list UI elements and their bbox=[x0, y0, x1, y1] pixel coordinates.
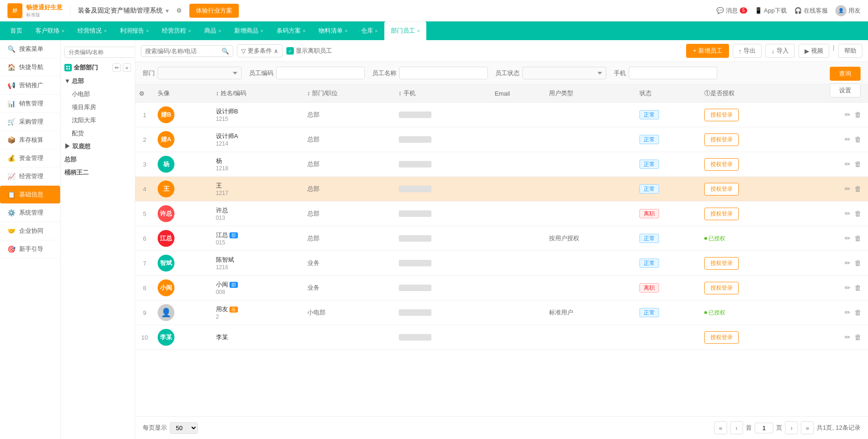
dept-node-总部[interactable]: 总部 bbox=[61, 153, 135, 166]
delete-icon[interactable]: 🗑 bbox=[854, 111, 861, 118]
dept-node-小电部[interactable]: 小电部 bbox=[61, 88, 135, 101]
nav-tab-部门员工[interactable]: 部门员工× bbox=[384, 21, 426, 40]
nav-tab-首页[interactable]: 首页 bbox=[4, 21, 29, 40]
dept-node-配货[interactable]: 配货 bbox=[61, 127, 135, 140]
search-icon[interactable]: 🔍 bbox=[222, 48, 229, 55]
auth-btn[interactable]: 授权登录 bbox=[704, 183, 739, 195]
sidebar-item-基础信息[interactable]: 📋基础信息 bbox=[0, 186, 60, 204]
filter-settings-btn[interactable]: 设置 bbox=[830, 84, 861, 98]
more-conditions-btn[interactable]: ▽ 更多条件 ∧ bbox=[237, 44, 283, 57]
sidebar-item-系统管理[interactable]: ⚙️系统管理 bbox=[0, 204, 60, 222]
settings-icon[interactable]: ⚙ bbox=[173, 4, 186, 17]
close-tab-icon[interactable]: × bbox=[375, 28, 378, 34]
nav-tab-新增商品[interactable]: 新增商品× bbox=[228, 21, 270, 40]
close-tab-icon[interactable]: × bbox=[146, 28, 149, 34]
delete-icon[interactable]: 🗑 bbox=[854, 308, 861, 316]
delete-icon[interactable]: 🗑 bbox=[854, 259, 861, 267]
delete-icon[interactable]: 🗑 bbox=[854, 234, 861, 242]
message-btn[interactable]: 💬 消息 5 bbox=[716, 7, 747, 15]
edit-icon[interactable]: ✏ bbox=[845, 111, 851, 118]
col-name[interactable]: ↕ 姓名/编码 bbox=[212, 84, 304, 103]
nav-tab-客户联络[interactable]: 客户联络× bbox=[29, 21, 71, 40]
emp-status-select[interactable] bbox=[522, 67, 606, 79]
dept-edit-btn[interactable]: ✏ bbox=[112, 63, 121, 72]
export-btn[interactable]: ↑ 导出 bbox=[733, 44, 762, 58]
dept-filter-select[interactable] bbox=[158, 67, 242, 79]
import-btn[interactable]: ↓ 导入 bbox=[765, 44, 795, 58]
sidebar-item-营销推广[interactable]: 📢营销推广 bbox=[0, 77, 60, 95]
dept-collapse-btn[interactable]: « bbox=[123, 63, 131, 72]
nav-tab-商品[interactable]: 商品× bbox=[198, 21, 228, 40]
help-icon[interactable]: | bbox=[833, 44, 834, 58]
search-btn[interactable]: 查询 bbox=[830, 67, 861, 81]
sidebar-item-经营管理[interactable]: 📈经营管理 bbox=[0, 167, 60, 186]
auth-btn[interactable]: 授权登录 bbox=[704, 208, 739, 220]
col-dept[interactable]: ↕ 部门/职位 bbox=[304, 84, 395, 103]
edit-icon[interactable]: ✏ bbox=[845, 284, 851, 292]
dept-node-项目库房[interactable]: 项目库房 bbox=[61, 101, 135, 114]
nav-tab-利润报告[interactable]: 利润报告× bbox=[113, 21, 155, 40]
nav-tab-经营历程[interactable]: 经营历程× bbox=[155, 21, 197, 40]
close-tab-icon[interactable]: × bbox=[188, 28, 191, 34]
edit-icon[interactable]: ✏ bbox=[845, 234, 851, 242]
close-tab-icon[interactable]: × bbox=[104, 28, 106, 34]
auth-btn[interactable]: 授权登录 bbox=[704, 331, 739, 344]
nav-tab-仓库[interactable]: 仓库× bbox=[354, 21, 384, 40]
edit-icon[interactable]: ✏ bbox=[845, 209, 851, 217]
nav-tab-经营情况[interactable]: 经营情况× bbox=[71, 21, 113, 40]
edit-icon[interactable]: ✏ bbox=[845, 160, 851, 168]
close-tab-icon[interactable]: × bbox=[417, 28, 420, 34]
auth-btn[interactable]: 授权登录 bbox=[704, 133, 739, 146]
edit-icon[interactable]: ✏ bbox=[845, 135, 851, 143]
close-tab-icon[interactable]: × bbox=[62, 28, 64, 34]
sidebar-item-资金管理[interactable]: 💰资金管理 bbox=[0, 149, 60, 167]
sidebar-item-采购管理[interactable]: 🛒采购管理 bbox=[0, 113, 60, 131]
edit-icon[interactable]: ✏ bbox=[845, 308, 851, 316]
nav-tab-条码方案[interactable]: 条码方案× bbox=[270, 21, 312, 40]
all-dept-btn[interactable]: 全部部门 bbox=[64, 63, 98, 72]
sidebar-item-企业协同[interactable]: 🤝企业协同 bbox=[0, 222, 60, 240]
add-employee-btn[interactable]: + 新增员工 bbox=[686, 44, 729, 58]
user-btn[interactable]: 👤 用友 bbox=[835, 5, 861, 16]
page-input[interactable] bbox=[755, 423, 773, 433]
view-btn[interactable]: ▶ 视频 bbox=[799, 44, 829, 58]
show-resigned-toggle[interactable]: ✓ 显示离职员工 bbox=[286, 47, 332, 55]
next-page-btn[interactable]: › bbox=[785, 421, 798, 434]
nav-tab-物料清单[interactable]: 物料清单× bbox=[312, 21, 354, 40]
delete-icon[interactable]: 🗑 bbox=[854, 284, 861, 292]
last-page-btn[interactable]: » bbox=[801, 421, 814, 434]
sidebar-item-搜索菜单[interactable]: 🔍搜索菜单 bbox=[0, 40, 60, 58]
edit-icon[interactable]: ✏ bbox=[845, 333, 851, 341]
dept-node-桶柄王二[interactable]: 桶柄王二 bbox=[61, 166, 135, 179]
sidebar-item-库存核算[interactable]: 📦库存核算 bbox=[0, 131, 60, 149]
dept-node-沈阳大库[interactable]: 沈阳大库 bbox=[61, 114, 135, 127]
delete-icon[interactable]: 🗑 bbox=[854, 333, 861, 341]
sidebar-item-快捷导航[interactable]: 🏠快捷导航 bbox=[0, 58, 60, 77]
delete-icon[interactable]: 🗑 bbox=[854, 135, 861, 143]
delete-icon[interactable]: 🗑 bbox=[854, 209, 861, 217]
page-size-select[interactable]: 50 100 bbox=[170, 422, 198, 434]
help-btn[interactable]: 帮助 bbox=[838, 44, 862, 58]
auth-btn[interactable]: 授权登录 bbox=[704, 158, 739, 171]
dept-node-双鹿想[interactable]: ▶ 双鹿想 bbox=[61, 140, 135, 153]
col-settings[interactable]: ⚙ bbox=[135, 84, 154, 103]
close-tab-icon[interactable]: × bbox=[218, 28, 221, 34]
dept-node-总部[interactable]: ▼ 总部 bbox=[61, 75, 135, 88]
delete-icon[interactable]: 🗑 bbox=[854, 185, 861, 193]
dept-search-input[interactable] bbox=[64, 47, 135, 58]
emp-name-input[interactable] bbox=[399, 67, 488, 79]
sidebar-item-销售管理[interactable]: 📊销售管理 bbox=[0, 95, 60, 113]
col-phone[interactable]: ↕ 手机 bbox=[395, 84, 491, 103]
delete-icon[interactable]: 🗑 bbox=[854, 160, 861, 168]
sidebar-item-新手引导[interactable]: 🎯新手引导 bbox=[0, 240, 60, 258]
prev-page-btn[interactable]: ‹ bbox=[730, 421, 743, 434]
sys-title-dropdown[interactable]: ▾ bbox=[166, 7, 169, 14]
app-download-btn[interactable]: 📱 App下载 bbox=[755, 7, 787, 15]
first-page-btn[interactable]: « bbox=[714, 421, 727, 434]
close-tab-icon[interactable]: × bbox=[260, 28, 263, 34]
edit-icon[interactable]: ✏ bbox=[845, 185, 851, 193]
edit-icon[interactable]: ✏ bbox=[845, 259, 851, 267]
auth-btn[interactable]: 授权登录 bbox=[704, 257, 739, 270]
try-btn[interactable]: 体验行业方案 bbox=[189, 4, 239, 18]
phone-input[interactable] bbox=[629, 67, 717, 79]
